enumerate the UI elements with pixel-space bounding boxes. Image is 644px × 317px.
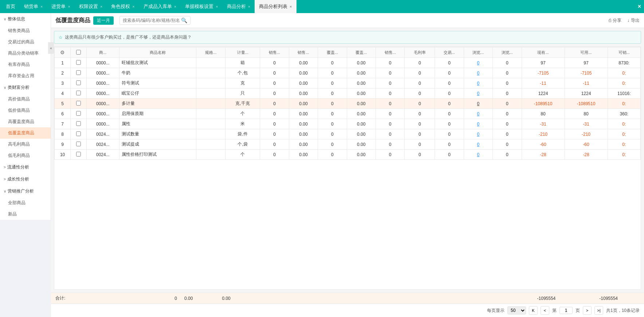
row-current: 80 bbox=[522, 109, 565, 119]
close-product-analysis-tab[interactable]: × bbox=[248, 4, 250, 9]
sidebar-item-low-value[interactable]: 低价值商品 bbox=[0, 105, 51, 116]
row-checkbox[interactable] bbox=[71, 150, 86, 160]
row-select-checkbox[interactable] bbox=[76, 80, 81, 85]
sidebar-section-overview[interactable]: ∨ 整体信息 bbox=[0, 13, 51, 25]
settings-icon[interactable]: ⚙ bbox=[60, 49, 65, 55]
close-sales-tab[interactable]: × bbox=[40, 4, 43, 9]
row-num: 1 bbox=[55, 58, 71, 68]
last-page-button[interactable]: >| bbox=[594, 306, 603, 315]
sidebar-item-stock-capital[interactable]: 库存资金占用 bbox=[0, 70, 51, 82]
row-browse1[interactable]: 0 bbox=[464, 129, 492, 139]
date-filter-button[interactable]: 近一月 bbox=[93, 16, 114, 25]
page-of-label: 页 bbox=[576, 308, 580, 314]
row-checkbox[interactable] bbox=[71, 68, 86, 78]
row-checkbox[interactable] bbox=[71, 99, 86, 109]
nav-tab-product-analysis-list[interactable]: 商品分析列表 × bbox=[255, 0, 296, 13]
row-checkbox[interactable] bbox=[71, 88, 86, 99]
sidebar-section-marketing[interactable]: ∨ 营销推广分析 bbox=[0, 185, 51, 197]
row-select-checkbox[interactable] bbox=[76, 91, 81, 95]
close-purchase-tab[interactable]: × bbox=[68, 4, 70, 9]
row-browse1[interactable]: 0 bbox=[464, 139, 492, 150]
row-checkbox[interactable] bbox=[71, 139, 86, 150]
row-select-checkbox[interactable] bbox=[76, 121, 81, 126]
row-current: 97 bbox=[522, 58, 565, 68]
export-action[interactable]: ↓ 导出 bbox=[627, 17, 640, 24]
search-icon[interactable]: 🔍 bbox=[181, 17, 187, 23]
sidebar-item-sales-goods[interactable]: 销售类商品 bbox=[0, 25, 51, 36]
row-browse1[interactable]: 0 bbox=[464, 78, 492, 88]
row-browse1[interactable]: 0 bbox=[464, 109, 492, 119]
close-product-analysis-list-tab[interactable]: × bbox=[290, 4, 292, 9]
select-all-checkbox[interactable] bbox=[76, 50, 81, 55]
sidebar-item-high-value[interactable]: 高价值商品 bbox=[0, 94, 51, 105]
row-unit: 米 bbox=[225, 119, 260, 129]
row-browse1[interactable]: 0 bbox=[464, 68, 492, 78]
row-checkbox[interactable] bbox=[71, 129, 86, 139]
sidebar-item-in-stock[interactable]: 有库存商品 bbox=[0, 59, 51, 70]
banner-text: 这类商品只有很少客户购买过，是推广不够，还是商品本身问题？ bbox=[65, 34, 192, 40]
sidebar-section-liquidity[interactable]: > 流通性分析 bbox=[0, 161, 51, 173]
row-sales3: 0 bbox=[376, 88, 404, 99]
row-name: 启用保质期 bbox=[119, 109, 196, 119]
row-gross: 0 bbox=[405, 129, 435, 139]
row-browse2: 0 bbox=[493, 78, 522, 88]
row-spec bbox=[196, 68, 225, 78]
row-select-checkbox[interactable] bbox=[76, 60, 81, 65]
row-cov2: 0.00 bbox=[347, 58, 376, 68]
row-sales3: 0 bbox=[376, 119, 404, 129]
row-select-checkbox[interactable] bbox=[76, 111, 81, 116]
sidebar-item-low-margin[interactable]: 低毛利商品 bbox=[0, 150, 51, 161]
row-code: 0024... bbox=[86, 139, 119, 150]
row-select-checkbox[interactable] bbox=[76, 131, 81, 136]
row-trade: 0 bbox=[435, 88, 464, 99]
row-cov2: 0.00 bbox=[347, 109, 376, 119]
nav-tab-sales[interactable]: 销货单 × bbox=[20, 0, 47, 13]
sidebar-item-low-coverage[interactable]: 低覆盖度商品 bbox=[0, 127, 51, 139]
row-checkbox[interactable] bbox=[71, 58, 86, 68]
row-browse1[interactable]: 0 bbox=[464, 119, 492, 129]
row-browse1[interactable]: 0 bbox=[464, 150, 492, 160]
share-action[interactable]: ⎙ 分享 bbox=[609, 17, 621, 24]
sidebar-item-traded-goods[interactable]: 交易过的商品 bbox=[0, 36, 51, 48]
first-page-button[interactable]: K bbox=[529, 306, 538, 315]
row-checkbox[interactable] bbox=[71, 119, 86, 129]
row-select-checkbox[interactable] bbox=[76, 101, 81, 106]
sidebar-item-new-goods[interactable]: 新品 bbox=[0, 209, 51, 220]
sidebar-item-all-goods[interactable]: 全部商品 bbox=[0, 197, 51, 209]
sidebar-item-high-coverage[interactable]: 高覆盖度商品 bbox=[0, 116, 51, 127]
col-settings[interactable]: ⚙ bbox=[55, 47, 71, 58]
sidebar-item-high-margin[interactable]: 高毛利商品 bbox=[0, 139, 51, 150]
sidebar-section-growth[interactable]: > 成长性分析 bbox=[0, 173, 51, 185]
page-number-input[interactable] bbox=[559, 307, 573, 314]
close-role-tab[interactable]: × bbox=[132, 4, 134, 9]
close-all-tabs[interactable]: × bbox=[638, 3, 641, 10]
nav-tab-product-inbound[interactable]: 产成品入库单 × bbox=[139, 0, 181, 13]
col-gross-margin: 毛利率 bbox=[405, 47, 435, 58]
row-unit: 箱 bbox=[225, 58, 260, 68]
sidebar-section-wealth[interactable]: ∨ 类财富分析 bbox=[0, 82, 51, 94]
row-browse1[interactable]: 0 bbox=[464, 88, 492, 99]
nav-tab-permission[interactable]: 权限设置 × bbox=[75, 0, 107, 13]
next-page-button[interactable]: > bbox=[583, 306, 592, 315]
nav-tab-purchase[interactable]: 进货单 × bbox=[47, 0, 74, 13]
row-select-checkbox[interactable] bbox=[76, 70, 81, 75]
sidebar-collapse-button[interactable]: « bbox=[48, 42, 54, 54]
col-checkbox bbox=[71, 47, 86, 58]
close-permission-tab[interactable]: × bbox=[100, 4, 102, 9]
sidebar-item-category-rate[interactable]: 商品分类动销率 bbox=[0, 48, 51, 59]
close-template-tab[interactable]: × bbox=[216, 4, 218, 9]
close-product-inbound-tab[interactable]: × bbox=[174, 4, 176, 9]
nav-tab-role[interactable]: 角色授权 × bbox=[107, 0, 139, 13]
row-checkbox[interactable] bbox=[71, 78, 86, 88]
row-select-checkbox[interactable] bbox=[76, 142, 81, 146]
prev-page-button[interactable]: < bbox=[541, 306, 549, 315]
row-select-checkbox[interactable] bbox=[76, 152, 81, 156]
row-checkbox[interactable] bbox=[71, 109, 86, 119]
search-input[interactable] bbox=[123, 18, 181, 23]
row-browse1[interactable]: 0 bbox=[464, 58, 492, 68]
page-size-select[interactable]: 50 10 20 100 bbox=[507, 306, 526, 314]
row-browse1[interactable]: 0 bbox=[464, 99, 492, 109]
nav-tab-template[interactable]: 单据模板设置 × bbox=[181, 0, 222, 13]
nav-tab-product-analysis[interactable]: 商品分析 × bbox=[223, 0, 255, 13]
nav-tab-home[interactable]: 首页 bbox=[1, 0, 20, 13]
